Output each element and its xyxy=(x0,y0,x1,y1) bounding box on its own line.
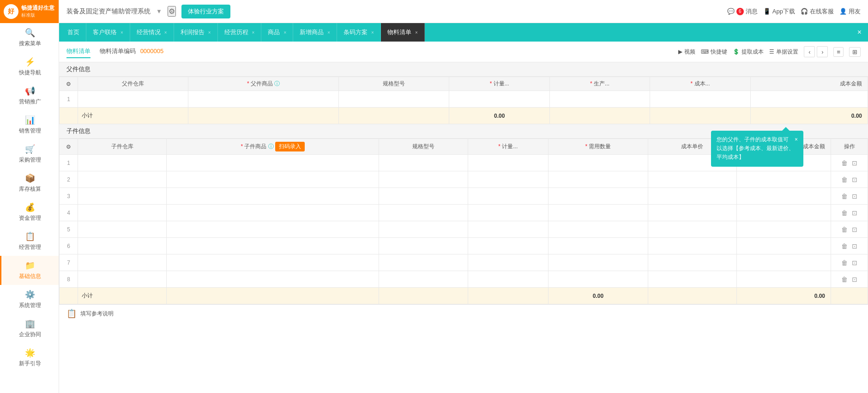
copy-icon-6[interactable]: ⊡ xyxy=(852,242,857,250)
sidebar-item-purchase[interactable]: 🛒 采购管理 xyxy=(0,139,59,169)
parent-row-cost[interactable] xyxy=(650,91,750,108)
sidebar-item-search[interactable]: 🔍 搜索菜单 xyxy=(0,23,59,52)
child-row-goods-4[interactable] xyxy=(167,205,379,221)
copy-icon-4[interactable]: ⊡ xyxy=(852,209,857,217)
child-row-cost-amount-7[interactable] xyxy=(736,254,831,271)
settings-button[interactable]: ☰ 单据设置 xyxy=(769,48,798,56)
child-row-unit-8[interactable] xyxy=(468,271,548,288)
copy-icon-3[interactable]: ⊡ xyxy=(852,193,857,200)
tab-goods[interactable]: 商品 × xyxy=(261,23,293,42)
delete-icon-5[interactable]: 🗑 xyxy=(841,226,848,233)
child-row-qty-5[interactable] xyxy=(548,221,648,238)
child-row-unit-cost-3[interactable] xyxy=(648,188,736,205)
prev-arrow-button[interactable]: ‹ xyxy=(804,46,815,57)
sub-tab-bom-list[interactable]: 物料清单 xyxy=(66,45,90,58)
child-row-cost-amount-2[interactable] xyxy=(736,171,831,188)
child-row-goods-5[interactable] xyxy=(167,221,379,238)
tab-home[interactable]: 首页 xyxy=(61,23,86,42)
copy-icon-8[interactable]: ⊡ xyxy=(852,276,857,283)
child-row-cost-amount-4[interactable] xyxy=(736,205,831,221)
tab-history[interactable]: 经营历程 × xyxy=(218,23,262,42)
child-row-unit-5[interactable] xyxy=(468,221,548,238)
next-arrow-button[interactable]: › xyxy=(817,46,828,57)
child-row-warehouse-6[interactable] xyxy=(78,238,167,254)
sidebar-item-marketing[interactable]: 📢 营销推广 xyxy=(0,81,59,110)
child-row-qty-4[interactable] xyxy=(548,205,648,221)
sidebar-item-inventory[interactable]: 📦 库存核算 xyxy=(0,169,59,198)
child-row-goods-3[interactable] xyxy=(167,188,379,205)
tab-customer-close[interactable]: × xyxy=(121,30,123,35)
delete-icon-2[interactable]: 🗑 xyxy=(841,176,848,183)
child-row-goods-8[interactable] xyxy=(167,271,379,288)
sidebar-item-quick-nav[interactable]: ⚡ 快捷导航 xyxy=(0,52,59,81)
parent-row-spec[interactable] xyxy=(338,91,449,108)
child-row-warehouse-7[interactable] xyxy=(78,254,167,271)
child-row-spec-2[interactable] xyxy=(379,171,468,188)
settings-gear-button[interactable]: ⚙ xyxy=(168,6,176,17)
parent-row-cost-amount[interactable] xyxy=(750,91,868,108)
child-row-warehouse-8[interactable] xyxy=(78,271,167,288)
parent-goods-info-icon[interactable]: ⓘ xyxy=(274,80,280,87)
child-row-unit-cost-6[interactable] xyxy=(648,238,736,254)
child-row-unit-1[interactable] xyxy=(468,155,548,171)
delete-icon-6[interactable]: 🗑 xyxy=(841,242,848,250)
copy-icon-7[interactable]: ⊡ xyxy=(852,259,857,266)
tab-profit-close[interactable]: × xyxy=(208,30,211,35)
message-button[interactable]: 💬 6 消息 xyxy=(727,7,758,16)
sidebar-item-corp[interactable]: 🏢 企业协同 xyxy=(0,314,59,343)
parent-row-warehouse[interactable] xyxy=(78,91,188,108)
child-th-gear[interactable]: ⚙ xyxy=(60,139,78,155)
child-row-qty-3[interactable] xyxy=(548,188,648,205)
sidebar-item-finance[interactable]: 💰 资金管理 xyxy=(0,198,59,227)
child-row-spec-6[interactable] xyxy=(379,238,468,254)
child-goods-info-icon[interactable]: ⓘ xyxy=(268,143,274,150)
child-row-goods-1[interactable] xyxy=(167,155,379,171)
child-row-cost-amount-3[interactable] xyxy=(736,188,831,205)
delete-icon-7[interactable]: 🗑 xyxy=(841,259,848,266)
sub-tab-bom-code[interactable]: 物料清单编码 0000005 xyxy=(100,45,163,58)
child-row-goods-2[interactable] xyxy=(167,171,379,188)
child-row-warehouse-4[interactable] xyxy=(78,205,167,221)
delete-icon-1[interactable]: 🗑 xyxy=(841,159,848,167)
online-service-button[interactable]: 🎧 在线客服 xyxy=(801,7,834,16)
child-row-spec-8[interactable] xyxy=(379,271,468,288)
child-row-spec-7[interactable] xyxy=(379,254,468,271)
tab-business-status-close[interactable]: × xyxy=(164,30,167,35)
video-button[interactable]: ▶ 视频 xyxy=(678,48,695,56)
delete-icon-4[interactable]: 🗑 xyxy=(841,209,848,217)
copy-icon-2[interactable]: ⊡ xyxy=(852,176,857,183)
child-row-unit-cost-7[interactable] xyxy=(648,254,736,271)
child-row-unit-7[interactable] xyxy=(468,254,548,271)
child-row-spec-4[interactable] xyxy=(379,205,468,221)
parent-row-produce[interactable] xyxy=(549,91,650,108)
child-row-unit-cost-4[interactable] xyxy=(648,205,736,221)
delete-icon-3[interactable]: 🗑 xyxy=(841,193,848,200)
child-row-warehouse-1[interactable] xyxy=(78,155,167,171)
child-row-unit-4[interactable] xyxy=(468,205,548,221)
tab-history-close[interactable]: × xyxy=(252,30,255,35)
parent-th-gear[interactable]: ⚙ xyxy=(60,77,78,91)
tab-bom[interactable]: 物料清单 × xyxy=(381,23,425,42)
tab-customer[interactable]: 客户联络 × xyxy=(86,23,130,42)
sidebar-item-system[interactable]: ⚙️ 系统管理 xyxy=(0,285,59,314)
tab-barcode[interactable]: 条码方案 × xyxy=(337,23,381,42)
copy-icon-1[interactable]: ⊡ xyxy=(852,159,857,167)
parent-row-unit[interactable] xyxy=(449,91,549,108)
child-row-goods-6[interactable] xyxy=(167,238,379,254)
tab-business-status[interactable]: 经营情况 × xyxy=(130,23,174,42)
trial-button[interactable]: 体验行业方案 xyxy=(181,5,230,18)
child-row-spec-1[interactable] xyxy=(379,155,468,171)
child-row-qty-2[interactable] xyxy=(548,171,648,188)
tooltip-close-button[interactable]: × xyxy=(795,135,798,144)
child-row-warehouse-3[interactable] xyxy=(78,188,167,205)
dropdown-arrow-icon[interactable]: ▼ xyxy=(156,8,162,15)
child-row-unit-cost-8[interactable] xyxy=(648,271,736,288)
sidebar-item-business[interactable]: 📋 经营管理 xyxy=(0,227,59,256)
child-row-cost-amount-8[interactable] xyxy=(736,271,831,288)
delete-icon-8[interactable]: 🗑 xyxy=(841,276,848,283)
sidebar-item-basic[interactable]: 📁 基础信息 xyxy=(0,256,59,285)
user-button[interactable]: 👤 用友 xyxy=(839,7,861,16)
child-row-qty-7[interactable] xyxy=(548,254,648,271)
tab-goods-close[interactable]: × xyxy=(283,30,286,35)
tab-bom-close[interactable]: × xyxy=(415,30,418,35)
